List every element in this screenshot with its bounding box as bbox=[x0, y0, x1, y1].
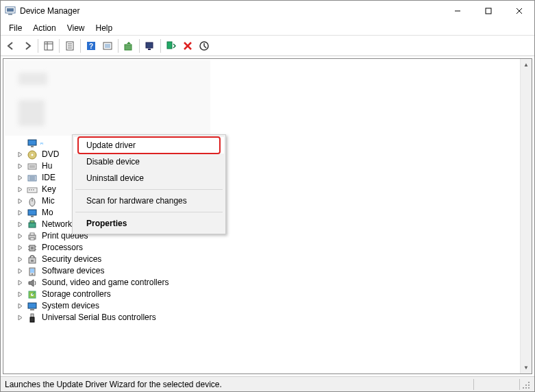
svg-rect-63 bbox=[31, 314, 34, 317]
tree-item-label: Mic bbox=[40, 195, 56, 207]
update-driver-toolbar-button[interactable] bbox=[121, 38, 136, 53]
expander-icon[interactable] bbox=[16, 314, 24, 322]
context-properties[interactable]: Properties bbox=[74, 215, 224, 232]
context-separator-1 bbox=[75, 189, 223, 190]
svg-rect-55 bbox=[31, 260, 34, 262]
svg-rect-37 bbox=[31, 189, 32, 191]
minimize-button[interactable] bbox=[442, 1, 473, 21]
expander-icon[interactable] bbox=[16, 186, 24, 194]
expander-icon[interactable] bbox=[16, 232, 24, 241]
action-button[interactable] bbox=[100, 38, 115, 53]
scroll-up-icon[interactable]: ▲ bbox=[521, 59, 532, 71]
svg-rect-4 bbox=[486, 8, 491, 14]
status-bar: Launches the Update Driver Wizard for th… bbox=[1, 376, 534, 391]
expander-icon[interactable] bbox=[16, 221, 24, 229]
expander-icon[interactable] bbox=[16, 151, 24, 159]
svg-rect-38 bbox=[33, 189, 34, 191]
back-button[interactable] bbox=[3, 38, 18, 53]
cpu-icon bbox=[27, 243, 38, 254]
svg-point-28 bbox=[32, 154, 34, 156]
tree-item-label: Key bbox=[40, 184, 58, 195]
scan-hardware-toolbar-button[interactable] bbox=[142, 38, 158, 53]
svg-rect-41 bbox=[28, 210, 36, 215]
sound-icon bbox=[27, 278, 38, 289]
uninstall-device-toolbar-button[interactable] bbox=[180, 38, 195, 53]
context-disable-device[interactable]: Disable device bbox=[74, 154, 224, 170]
menu-action[interactable]: Action bbox=[27, 22, 61, 34]
tree-item-label: DVD bbox=[40, 149, 60, 160]
expander-icon[interactable] bbox=[16, 256, 24, 264]
svg-rect-17 bbox=[105, 44, 110, 48]
svg-rect-61 bbox=[28, 303, 36, 308]
close-button[interactable] bbox=[503, 1, 534, 21]
expander-icon[interactable] bbox=[16, 162, 24, 171]
app-icon bbox=[5, 5, 16, 16]
tree-item[interactable]: Sound, video and game controllers bbox=[16, 277, 518, 289]
svg-rect-21 bbox=[167, 42, 172, 49]
tree-item-label: Hu bbox=[40, 160, 53, 172]
network-icon bbox=[27, 219, 38, 230]
svg-rect-49 bbox=[31, 247, 34, 249]
vertical-scrollbar[interactable]: ▲ ▼ bbox=[520, 59, 532, 373]
expander-icon[interactable] bbox=[16, 139, 24, 147]
expander-icon[interactable] bbox=[16, 209, 24, 217]
tree-item[interactable]: Universal Serial Bus controllers bbox=[16, 312, 518, 323]
title-bar: Device Manager bbox=[1, 1, 534, 21]
tree-item-label: Mo bbox=[40, 207, 55, 219]
security-icon bbox=[27, 254, 38, 265]
tree-item-label: Storage controllers bbox=[40, 289, 112, 300]
expander-icon[interactable] bbox=[16, 302, 24, 310]
context-update-driver[interactable]: Update driver bbox=[74, 137, 224, 154]
show-hide-tree-button[interactable] bbox=[41, 38, 56, 53]
svg-rect-62 bbox=[30, 309, 34, 310]
properties-button[interactable] bbox=[62, 38, 77, 53]
menu-file[interactable]: File bbox=[3, 22, 27, 34]
help-button[interactable]: ? bbox=[84, 38, 99, 53]
resize-grip-icon[interactable] bbox=[521, 380, 530, 389]
scroll-down-icon[interactable]: ▼ bbox=[521, 362, 532, 373]
disc-icon bbox=[27, 149, 38, 160]
maximize-button[interactable] bbox=[473, 1, 503, 21]
expander-icon[interactable] bbox=[16, 197, 24, 206]
tree-item[interactable]: Storage controllers bbox=[16, 289, 518, 300]
printer-icon bbox=[27, 231, 38, 242]
expander-icon[interactable] bbox=[16, 267, 24, 275]
svg-rect-46 bbox=[30, 233, 34, 235]
menu-view[interactable]: View bbox=[62, 22, 90, 34]
tree-item-label: Processors bbox=[40, 242, 84, 254]
svg-rect-43 bbox=[29, 223, 36, 228]
menu-help[interactable]: Help bbox=[90, 22, 119, 34]
storage-icon bbox=[27, 289, 38, 300]
svg-rect-18 bbox=[125, 45, 132, 50]
keyboard-icon bbox=[27, 184, 38, 195]
expander-icon[interactable] bbox=[16, 244, 24, 252]
tree-item-label: Sound, video and game controllers bbox=[40, 277, 170, 289]
tree-item-label: Universal Serial Bus controllers bbox=[40, 312, 158, 323]
tree-item-label bbox=[40, 143, 43, 144]
context-uninstall-device[interactable]: Uninstall device bbox=[74, 170, 224, 186]
tree-item-label: System devices bbox=[40, 300, 101, 312]
svg-rect-20 bbox=[148, 49, 151, 50]
toolbar: ? bbox=[1, 36, 534, 56]
enable-device-toolbar-button[interactable] bbox=[164, 38, 179, 53]
expander-icon[interactable] bbox=[16, 291, 24, 299]
expander-icon[interactable] bbox=[16, 279, 24, 287]
svg-rect-30 bbox=[29, 165, 35, 168]
tree-item[interactable]: Security devices bbox=[16, 254, 518, 265]
svg-rect-7 bbox=[45, 42, 53, 50]
svg-rect-47 bbox=[30, 238, 34, 240]
tree-item-label: IDE bbox=[40, 172, 57, 184]
tree-item[interactable]: Processors bbox=[16, 242, 518, 254]
tree-item[interactable]: Software devices bbox=[16, 265, 518, 277]
mouse-icon bbox=[27, 196, 38, 207]
svg-rect-44 bbox=[30, 221, 34, 223]
menu-bar: File Action View Help bbox=[1, 21, 534, 36]
svg-text:?: ? bbox=[89, 42, 93, 50]
forward-button[interactable] bbox=[20, 38, 35, 53]
context-scan-hardware[interactable]: Scan for hardware changes bbox=[74, 193, 224, 209]
expander-icon[interactable] bbox=[16, 174, 24, 182]
content-area: DVDHuIDEKeyMicMoNetwork adaptersPrint qu… bbox=[3, 58, 532, 374]
disable-device-toolbar-button[interactable] bbox=[197, 38, 212, 53]
tree-item[interactable]: System devices bbox=[16, 300, 518, 312]
svg-rect-26 bbox=[31, 146, 34, 147]
